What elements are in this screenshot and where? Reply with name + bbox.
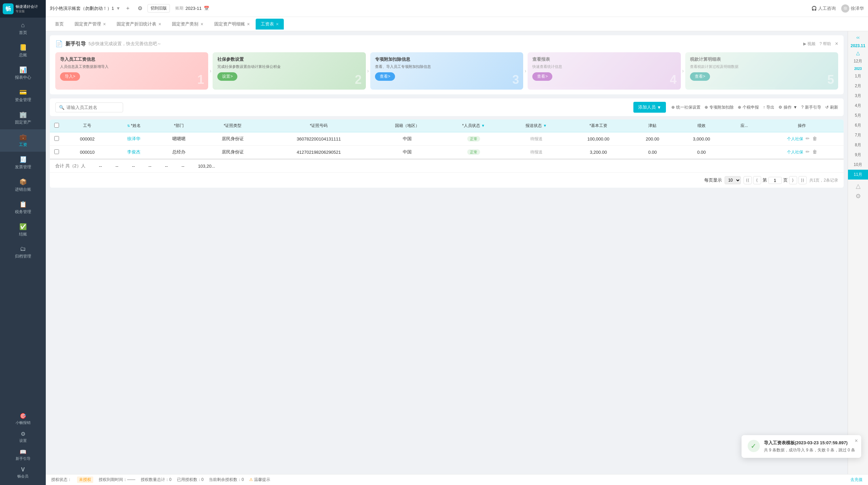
step-5-button[interactable]: 查看>	[690, 72, 710, 81]
sidebar-item-invoice[interactable]: 🧾 发票管理	[0, 152, 46, 174]
sidebar-item-fixed[interactable]: 🏢 固定资产	[0, 107, 46, 129]
row-check[interactable]	[50, 146, 63, 159]
sidebar-item-tax[interactable]: 📋 税务管理	[0, 197, 46, 219]
sidebar-item-payroll[interactable]: 💼 工资	[0, 129, 46, 152]
panel-month-12[interactable]: 12月	[848, 56, 868, 66]
delete-icon[interactable]: 🗑	[812, 149, 817, 154]
panel-month-2[interactable]: 2月	[848, 81, 868, 91]
panel-up-button[interactable]: △	[855, 50, 861, 56]
sidebar-item-settings[interactable]: ⚙ 设置	[0, 428, 46, 446]
sidebar-item-archive[interactable]: 🗂 归档管理	[0, 241, 46, 263]
step-5-desc: 查看税款计算过程及明细数据	[690, 64, 833, 70]
customer-service-button[interactable]: 🎧 人工咨询	[811, 5, 836, 12]
step-1-button[interactable]: 导入>	[60, 72, 80, 81]
sort-icon[interactable]: ⇅	[127, 124, 130, 128]
help-icon: ?	[820, 41, 822, 46]
new-guide-button[interactable]: ? 新手引导	[801, 105, 821, 110]
wizard-close-button[interactable]: ×	[835, 41, 838, 47]
panel-month-3[interactable]: 3月	[848, 91, 868, 101]
refresh-button[interactable]: ↺ 刷新	[825, 105, 838, 110]
sidebar-item-sales[interactable]: 📦 进销台账	[0, 174, 46, 197]
step-4-button[interactable]: 查看>	[532, 72, 552, 81]
panel-month-9[interactable]: 9月	[848, 150, 868, 160]
panel-month-10[interactable]: 10月	[848, 160, 868, 170]
tab-close-icon[interactable]: ×	[276, 21, 279, 27]
tab-fixed-category[interactable]: 固定资产类别 ×	[167, 19, 208, 30]
employee-name-link[interactable]: 徐泽华	[127, 136, 140, 141]
calendar-icon[interactable]: 📅	[204, 6, 209, 11]
panel-month-6[interactable]: 6月	[848, 120, 868, 130]
tab-close-icon[interactable]: ×	[158, 21, 161, 27]
tab-close-icon[interactable]: ×	[200, 21, 203, 27]
add-employee-button[interactable]: 添加人员 ▼	[633, 102, 666, 113]
panel-toggle-expand[interactable]: ‹‹	[856, 34, 860, 41]
add-account-button[interactable]: ＋	[123, 4, 133, 13]
employee-search-input[interactable]	[66, 105, 117, 110]
last-page-button[interactable]: ⟩⟩	[798, 176, 807, 184]
edit-icon[interactable]: ✏	[806, 136, 810, 141]
prev-page-button[interactable]: ⟨	[753, 176, 761, 184]
panel-settings-icon[interactable]: ⚙	[855, 192, 861, 200]
sidebar-item-ledger[interactable]: 📒 总账	[0, 40, 46, 62]
sidebar-item-report[interactable]: 📊 报表中心	[0, 62, 46, 85]
social-security-button[interactable]: ⊕ 统一社保设置	[671, 105, 701, 110]
account-dropdown-icon[interactable]: ▼	[116, 6, 120, 11]
guide-icon: 📖	[20, 449, 26, 455]
user-menu[interactable]: 徐 徐泽华	[841, 4, 864, 13]
panel-month-4[interactable]: 4月	[848, 101, 868, 111]
sidebar-item-home[interactable]: ⌂ 首页	[0, 18, 46, 40]
row-status: 正常	[441, 146, 506, 159]
settings-button[interactable]: ⚙	[135, 4, 145, 13]
export-button[interactable]: ↑ 导出	[763, 105, 774, 110]
panel-month-5[interactable]: 5月	[848, 111, 868, 120]
edit-icon[interactable]: ✏	[806, 149, 810, 154]
tab-fixed-detail[interactable]: 固定资产明细账 ×	[209, 19, 255, 30]
sidebar-item-member[interactable]: V 畅会员	[0, 464, 46, 482]
tax-declare-button[interactable]: ⊕ 个税申报	[738, 105, 759, 110]
personal-social-link[interactable]: 个人社保	[787, 150, 803, 154]
wizard-video-link[interactable]: ▶ 视频	[803, 41, 815, 47]
switch-version-button[interactable]: 切到旧版	[147, 4, 170, 13]
personal-social-link[interactable]: 个人社保	[787, 136, 803, 141]
page-size-select[interactable]: 10 20 50	[725, 176, 741, 184]
panel-up-nav-icon[interactable]: △	[856, 182, 861, 190]
sidebar-item-settle[interactable]: ✅ 结账	[0, 219, 46, 241]
next-page-button[interactable]: ⟩	[789, 176, 797, 184]
row-nationality: 中国	[373, 132, 441, 146]
tab-close-icon[interactable]: ×	[103, 21, 106, 27]
tab-fixed-assets[interactable]: 固定资产管理 ×	[70, 19, 111, 30]
tab-close-icon[interactable]: ×	[247, 21, 250, 27]
row-check[interactable]	[50, 132, 63, 146]
panel-month-7[interactable]: 7月	[848, 130, 868, 140]
footer-nationality: --	[149, 164, 152, 169]
recharge-link[interactable]: 去充值	[850, 477, 863, 483]
panel-month-1[interactable]: 1月	[848, 71, 868, 81]
row-checkbox[interactable]	[54, 149, 59, 154]
panel-month-8[interactable]: 8月	[848, 140, 868, 150]
toast-close-button[interactable]: ×	[855, 438, 858, 444]
search-input-wrapper[interactable]: 🔍	[55, 102, 123, 112]
operate-button[interactable]: ⚙ 操作 ▼	[778, 105, 797, 110]
wizard-help-link[interactable]: ? 帮助	[820, 41, 831, 47]
tab-fixed-depreciation[interactable]: 固定资产折旧统计表 ×	[112, 19, 166, 30]
delete-icon[interactable]: 🗑	[812, 136, 817, 141]
sidebar-item-guide[interactable]: 📖 新手引导	[0, 446, 46, 464]
panel-month-11[interactable]: 11月	[848, 170, 868, 180]
page-number-input[interactable]	[768, 177, 782, 184]
th-apply: 应...	[728, 119, 761, 132]
deduction-button[interactable]: ⊕ 专项附加扣除	[705, 105, 734, 110]
tab-home[interactable]: 首页	[50, 19, 69, 30]
report-filter-icon[interactable]: ▼	[543, 124, 547, 128]
step-2-button[interactable]: 设置>	[217, 72, 237, 81]
tab-payroll-table[interactable]: 工资表 ×	[256, 19, 284, 30]
step-3-button[interactable]: 查看>	[375, 72, 395, 81]
first-page-button[interactable]: ⟨⟨	[744, 176, 752, 184]
status-filter-icon[interactable]: ▼	[481, 124, 485, 128]
row-checkbox[interactable]	[54, 136, 59, 141]
sidebar-item-fund[interactable]: 💳 资金管理	[0, 85, 46, 107]
select-all-checkbox[interactable]	[54, 123, 59, 128]
account-selector[interactable]: 刘小艳演示账套（勿删勿动！）1 ▼	[50, 5, 120, 12]
period-selector[interactable]: 账期 2023-11 📅	[175, 5, 209, 11]
employee-name-link[interactable]: 李俊杰	[127, 149, 140, 154]
sidebar-item-xiaochang[interactable]: 🎯 小畅报销	[0, 410, 46, 428]
